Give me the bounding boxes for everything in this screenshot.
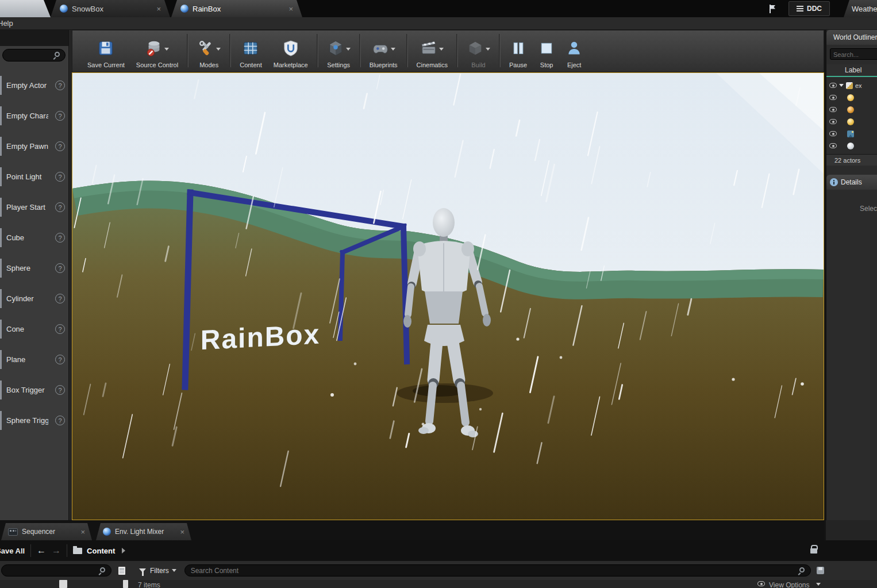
cinematics-button[interactable]: Cinematics (411, 30, 453, 68)
dropdown-arrow-icon[interactable] (216, 48, 221, 51)
content-button[interactable]: Content (234, 30, 268, 68)
tab-sequencer[interactable]: Sequencer × (1, 523, 92, 540)
place-actor-cube[interactable]: Cube? (0, 222, 69, 253)
asset-thumbnail[interactable] (59, 580, 67, 588)
save-search-icon[interactable] (817, 567, 824, 574)
filters-button[interactable]: Filters (150, 567, 169, 575)
panel-divider[interactable] (824, 30, 826, 540)
content-search[interactable] (184, 564, 811, 577)
settings-icon (327, 40, 344, 58)
blueprints-button[interactable]: Blueprints (364, 30, 403, 68)
tab-world-outliner[interactable]: World Outliner (826, 30, 877, 45)
breadcrumb-chevron-icon[interactable] (122, 548, 125, 554)
help-circle-icon[interactable]: ? (55, 416, 65, 425)
place-actor-empty-pawn[interactable]: Empty Pawn? (0, 131, 69, 162)
ddc-button[interactable]: DDC (788, 1, 830, 16)
view-options-eye-icon[interactable] (757, 581, 765, 586)
place-actor-sphere-trigger[interactable]: Sphere Trigger? (0, 405, 69, 436)
back-arrow-icon[interactable]: ← (37, 546, 46, 555)
help-circle-icon[interactable]: ? (55, 80, 65, 90)
place-actor-cylinder[interactable]: Cylinder? (0, 283, 69, 314)
level-tab-snowbox[interactable]: SnowBox × (51, 0, 170, 17)
forward-arrow-icon[interactable]: → (52, 546, 61, 555)
outliner-label-header[interactable]: Label (826, 64, 877, 77)
sphere-white-icon (847, 143, 854, 149)
dropdown-arrow-icon[interactable] (172, 569, 176, 572)
place-actor-empty-actor[interactable]: Empty Actor? (0, 70, 69, 101)
dropdown-arrow-icon[interactable] (391, 48, 395, 51)
outliner-row[interactable] (826, 91, 877, 103)
place-actor-player-start[interactable]: Player Start? (0, 192, 69, 222)
sources-search-input[interactable] (2, 566, 95, 577)
dropdown-arrow-icon[interactable] (164, 48, 169, 51)
menu-help[interactable]: Help (0, 19, 17, 28)
toolbar-separator (406, 34, 408, 67)
place-actor-plane[interactable]: Plane? (0, 344, 69, 375)
close-icon[interactable]: × (156, 5, 161, 13)
dropdown-arrow-icon[interactable] (816, 583, 821, 586)
visibility-eye-icon[interactable] (829, 95, 837, 100)
tab-env-light-mixer[interactable]: Env. Light Mixer × (96, 523, 191, 540)
filter-funnel-icon[interactable] (139, 568, 146, 572)
stop-button[interactable]: Stop (533, 30, 560, 68)
outliner-search[interactable] (830, 48, 877, 60)
close-icon[interactable]: × (289, 5, 293, 13)
help-circle-icon[interactable]: ? (55, 202, 65, 212)
source-control-button[interactable]: Source Control (130, 30, 184, 68)
eject-button[interactable]: Eject (560, 30, 588, 68)
lock-icon[interactable] (810, 548, 817, 554)
help-circle-icon[interactable]: ? (55, 111, 65, 121)
help-circle-icon[interactable]: ? (55, 141, 65, 151)
pause-button[interactable]: Pause (503, 30, 533, 68)
help-circle-icon[interactable]: ? (55, 263, 65, 273)
visibility-eye-icon[interactable] (829, 131, 837, 136)
place-actor-empty-character[interactable]: Empty Character? (0, 101, 69, 131)
save-current-button[interactable]: Save Current (82, 30, 130, 68)
sources-search[interactable] (1, 564, 111, 577)
place-actors-search[interactable] (2, 49, 66, 62)
expander-icon[interactable] (839, 84, 844, 87)
settings-button[interactable]: Settings (321, 30, 356, 68)
outliner-row[interactable] (826, 116, 877, 128)
flag-icon[interactable] (766, 2, 779, 15)
sources-panel-icon[interactable] (118, 567, 125, 575)
level-viewport[interactable]: RainBox (72, 72, 824, 520)
help-circle-icon[interactable]: ? (55, 355, 65, 364)
close-icon[interactable]: × (180, 528, 184, 536)
marketplace-button[interactable]: Marketplace (268, 30, 314, 68)
save-all-button[interactable]: Save All (0, 547, 25, 555)
drag-handle (0, 167, 2, 186)
asset-thumbnail[interactable] (123, 580, 128, 588)
content-search-input[interactable] (185, 566, 794, 577)
help-circle-icon[interactable]: ? (55, 172, 65, 182)
visibility-eye-icon[interactable] (829, 143, 837, 148)
modes-button[interactable]: Modes (191, 30, 226, 68)
close-icon[interactable]: × (80, 528, 85, 536)
outliner-row[interactable] (826, 103, 877, 116)
tab-details[interactable]: Details (826, 175, 877, 190)
place-actor-point-light[interactable]: Point Light? (0, 162, 69, 192)
visibility-eye-icon[interactable] (829, 83, 837, 88)
help-circle-icon[interactable]: ? (55, 385, 65, 395)
dropdown-arrow-icon[interactable] (346, 48, 351, 51)
place-actor-box-trigger[interactable]: Box Trigger? (0, 375, 69, 405)
visibility-eye-icon[interactable] (829, 107, 837, 112)
place-actor-cone[interactable]: Cone? (0, 314, 69, 344)
view-options-button[interactable]: View Options (769, 581, 809, 588)
help-circle-icon[interactable]: ? (55, 294, 65, 303)
dropdown-arrow-icon[interactable] (439, 48, 444, 51)
outliner-search-input[interactable] (830, 49, 865, 60)
tab-weather[interactable]: Weather (844, 0, 877, 17)
help-circle-icon[interactable]: ? (55, 233, 65, 243)
outliner-row[interactable]: ex (826, 79, 877, 91)
help-circle-icon[interactable]: ? (55, 324, 65, 334)
breadcrumb-content[interactable]: Content (87, 547, 115, 555)
level-tab-rainbox[interactable]: RainBox × (171, 0, 302, 17)
outliner-row[interactable] (826, 140, 877, 152)
outliner-row[interactable] (826, 128, 877, 140)
place-actors-panel: Empty Actor? Empty Character? Empty Pawn… (0, 30, 69, 520)
folder-icon (73, 548, 82, 554)
visibility-eye-icon[interactable] (829, 119, 837, 124)
place-actor-sphere[interactable]: Sphere? (0, 253, 69, 283)
dropdown-arrow-icon (486, 48, 490, 51)
